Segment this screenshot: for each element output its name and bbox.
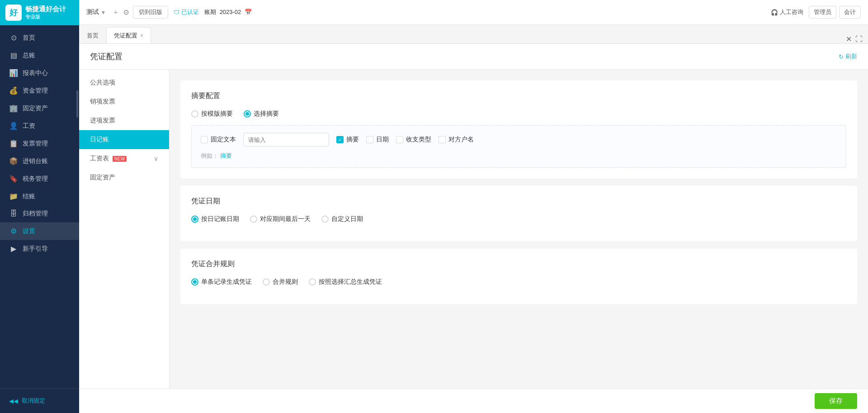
- voucher-merge-radio-group: 单条记录生成凭证 合并规则 按照选择汇总生成凭证: [191, 278, 846, 286]
- left-nav-journal[interactable]: 日记账: [79, 130, 169, 149]
- funds-icon: 💰: [9, 86, 18, 95]
- chevron-down-icon[interactable]: ▾: [102, 9, 105, 16]
- fixed-text-input[interactable]: [243, 133, 329, 146]
- tab-home[interactable]: 首页: [79, 27, 106, 43]
- radio-custom-date[interactable]: 自定义日期: [321, 215, 363, 223]
- sidebar-item-inventory[interactable]: 📦 进销台账: [0, 152, 79, 170]
- checkbox-abstract[interactable]: 摘要: [336, 136, 359, 144]
- summary-config-title: 摘要配置: [191, 91, 846, 101]
- abstract-checkbox: [336, 136, 344, 143]
- new-badge: NEW: [113, 156, 127, 162]
- summary-radio-group: 按模版摘要 选择摘要: [191, 110, 846, 118]
- close-tab-button[interactable]: ✕: [846, 35, 852, 43]
- left-nav-payroll[interactable]: 工资表 NEW ∨: [79, 149, 169, 168]
- page-header: 凭证配置 ↻ 刷新: [79, 44, 868, 70]
- radio-single-record[interactable]: 单条记录生成凭证: [191, 278, 252, 286]
- save-button[interactable]: 保存: [815, 393, 857, 409]
- radio-journal-date[interactable]: 按日记账日期: [191, 215, 239, 223]
- left-nav-fixed[interactable]: 固定资产: [79, 168, 169, 187]
- shield-icon: 🛡: [174, 9, 179, 16]
- tab-close-icon[interactable]: ×: [140, 33, 143, 39]
- sidebar-item-tax[interactable]: 🔖 税务管理: [0, 170, 79, 188]
- sidebar-item-archive[interactable]: 🗄 归档管理: [0, 205, 79, 222]
- left-nav-payroll-label: 工资表: [90, 155, 109, 163]
- certified-label: 已认证: [181, 8, 199, 16]
- assets-icon: 🏢: [9, 104, 18, 113]
- checkbox-counterparty[interactable]: 对方户名: [439, 136, 474, 144]
- add-icon[interactable]: ＋: [112, 8, 119, 17]
- radio-template-summary[interactable]: 按模版摘要: [191, 110, 233, 118]
- fullscreen-button[interactable]: ⛶: [855, 35, 863, 43]
- sidebar-item-label: 进销台账: [23, 157, 48, 165]
- guide-icon: ▶: [9, 244, 18, 253]
- checkbox-fixed-text[interactable]: 固定文本: [201, 136, 236, 144]
- manager-button[interactable]: 管理员: [809, 6, 836, 19]
- sidebar-item-home[interactable]: ⊙ 首页: [0, 29, 79, 47]
- settings-gear-icon[interactable]: ⚙: [123, 8, 129, 17]
- counterparty-checkbox: [439, 136, 446, 143]
- app-name: 畅捷通好会计: [25, 5, 66, 14]
- custom-date-label: 自定义日期: [331, 215, 363, 223]
- tax-icon: 🔖: [9, 174, 18, 183]
- switch-old-version-button[interactable]: 切到旧版: [133, 6, 168, 19]
- sidebar-item-settings[interactable]: ⚙ 设置: [0, 222, 79, 240]
- checkbox-date[interactable]: 日期: [366, 136, 389, 144]
- summary-config-box: 固定文本 摘要 日期 收支类型: [191, 125, 846, 168]
- left-nav-purchase[interactable]: 进项发票: [79, 111, 169, 130]
- project-name-text: 测试: [86, 8, 99, 16]
- radio-merge-rules[interactable]: 合并规则: [263, 278, 298, 286]
- left-nav-public[interactable]: 公共选项: [79, 73, 169, 92]
- radio-period-last[interactable]: 对应期间最后一天: [250, 215, 311, 223]
- sidebar-item-assets[interactable]: 🏢 固定资产: [0, 99, 79, 117]
- sidebar-item-label: 税务管理: [23, 175, 48, 183]
- sidebar-item-label: 总账: [23, 52, 35, 60]
- inventory-icon: 📦: [9, 157, 18, 165]
- payroll-icon: 👤: [9, 122, 18, 130]
- sidebar-item-payroll[interactable]: 👤 工资: [0, 117, 79, 135]
- radio-select-summary[interactable]: 选择摘要: [244, 110, 279, 118]
- consult-button[interactable]: 🎧 人工咨询: [771, 8, 803, 16]
- unpin-button[interactable]: ◀◀ 取消固定: [0, 393, 79, 408]
- sidebar-item-ledger[interactable]: ▤ 总账: [0, 47, 79, 64]
- sidebar-item-funds[interactable]: 💰 资金管理: [0, 82, 79, 99]
- selected-summary-circle: [309, 278, 316, 286]
- sidebar-item-guide[interactable]: ▶ 新手引导: [0, 240, 79, 258]
- summary-config-section: 摘要配置 按模版摘要 选择摘要 固定文本: [180, 80, 857, 178]
- checkbox-income-type[interactable]: 收支类型: [396, 136, 431, 144]
- unpin-icon: ◀◀: [9, 398, 18, 404]
- period-last-label: 对应期间最后一天: [260, 215, 311, 223]
- date-label: 日期: [376, 136, 389, 144]
- voucher-merge-section: 凭证合并规则 单条记录生成凭证 合并规则 按照选择汇总生成凭证: [180, 249, 857, 304]
- single-record-label: 单条记录生成凭证: [201, 278, 252, 286]
- merge-rules-label: 合并规则: [273, 278, 298, 286]
- refresh-button[interactable]: ↻ 刷新: [839, 52, 857, 68]
- left-nav-sales[interactable]: 销项发票: [79, 92, 169, 111]
- calendar-icon[interactable]: 📅: [245, 9, 252, 15]
- left-nav-journal-label: 日记账: [90, 136, 109, 144]
- tab-voucher-config[interactable]: 凭证配置 ×: [106, 27, 151, 43]
- headset-icon: 🎧: [771, 9, 778, 16]
- sidebar-item-label: 固定资产: [23, 104, 48, 113]
- radio-selected-summary[interactable]: 按照选择汇总生成凭证: [309, 278, 382, 286]
- accountant-button[interactable]: 会计: [839, 6, 861, 19]
- income-type-label: 收支类型: [406, 136, 431, 144]
- income-type-checkbox: [396, 136, 403, 143]
- sidebar-item-label: 发票管理: [23, 140, 48, 148]
- sidebar-item-invoice-mgr[interactable]: 📋 发票管理: [0, 135, 79, 152]
- archive-icon: 🗄: [9, 210, 18, 218]
- sidebar-item-closing[interactable]: 📁 结账: [0, 188, 79, 205]
- sidebar-item-label: 首页: [23, 34, 35, 42]
- abstract-label: 摘要: [346, 136, 359, 144]
- chevron-expand-icon: ∨: [154, 155, 158, 162]
- example-row: 例如： 摘要: [201, 152, 837, 160]
- app-subtitle: 专业版: [25, 14, 66, 20]
- closing-icon: 📁: [9, 192, 18, 201]
- sidebar-item-report[interactable]: 📊 报表中心: [0, 64, 79, 82]
- header-right: 🎧 人工咨询 管理员 会计: [771, 6, 861, 19]
- tab-bar-controls: ✕ ⛶: [840, 35, 868, 43]
- page-footer: 保存: [79, 389, 868, 413]
- example-prefix: 例如：: [201, 152, 218, 159]
- left-nav-fixed-label: 固定资产: [90, 174, 115, 182]
- sidebar-item-label: 工资: [23, 122, 35, 130]
- summary-config-row: 固定文本 摘要 日期 收支类型: [201, 133, 837, 146]
